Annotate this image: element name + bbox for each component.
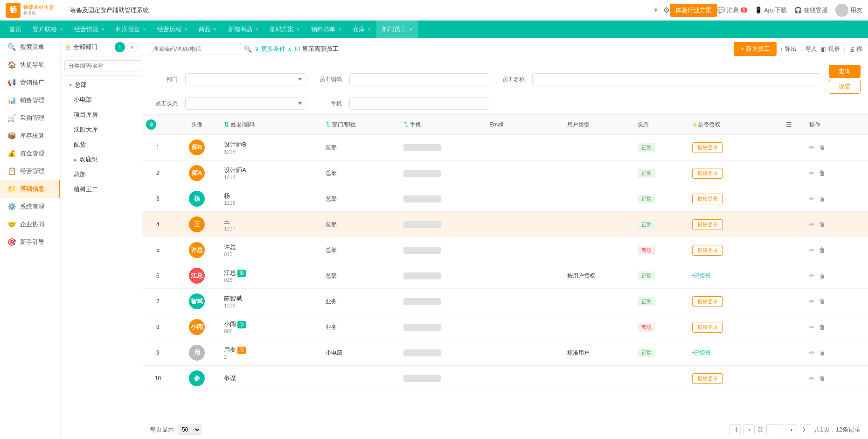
th-col-setting[interactable]: ☰ bbox=[782, 115, 806, 135]
td-auth[interactable]: 授权登录 bbox=[688, 366, 782, 391]
prev-page-btn[interactable]: ‹ bbox=[743, 424, 755, 435]
sidebar-item-快捷导航[interactable]: 🏠快捷导航 bbox=[0, 56, 60, 74]
name-input[interactable] bbox=[532, 73, 821, 85]
delete-icon[interactable]: 🗑 bbox=[819, 195, 825, 202]
last-page-btn[interactable]: 》 bbox=[800, 424, 811, 435]
more-filter-btn[interactable]: ⊽ 更多条件 ∧ bbox=[255, 45, 292, 53]
app-download-item[interactable]: 📱 App下载 bbox=[755, 6, 787, 14]
auth-btn[interactable]: 授权登录 bbox=[692, 194, 723, 204]
th-phone[interactable]: ⇅ 手机 bbox=[400, 115, 486, 135]
sidebar-item-销售管理[interactable]: 📊销售管理 bbox=[0, 91, 60, 109]
nav-tab-经营情况[interactable]: 经营情况× bbox=[69, 21, 110, 38]
employee-search-btn[interactable]: 🔍 bbox=[244, 45, 252, 53]
auth-btn[interactable]: 授权登录 bbox=[692, 322, 723, 333]
edit-icon[interactable]: ✏ bbox=[809, 323, 815, 331]
dept-search-input[interactable] bbox=[64, 60, 142, 71]
close-tab-icon[interactable]: × bbox=[297, 26, 300, 33]
user-item[interactable]: 用友 bbox=[835, 4, 862, 17]
gear-icon[interactable]: ⚙ bbox=[663, 6, 670, 14]
delete-icon[interactable]: 🗑 bbox=[819, 349, 825, 356]
employee-search-input[interactable] bbox=[148, 43, 241, 55]
auth-btn[interactable]: 授权登录 bbox=[692, 219, 723, 230]
import-btn[interactable]: ↓ 导入 bbox=[800, 45, 817, 53]
view-btn[interactable]: ◧ 视景 bbox=[821, 45, 840, 53]
add-employee-btn[interactable]: + 新增员工 bbox=[734, 42, 776, 56]
close-tab-icon[interactable]: × bbox=[101, 26, 104, 33]
sidebar-item-新手引导[interactable]: 🎯新手引导 bbox=[0, 233, 60, 251]
close-tab-icon[interactable]: × bbox=[143, 26, 146, 33]
auth-btn[interactable]: 授权登录 bbox=[692, 245, 723, 256]
edit-icon[interactable]: ✏ bbox=[809, 298, 815, 305]
delete-icon[interactable]: 🗑 bbox=[819, 144, 825, 151]
dept-tree-item-总部[interactable]: ▼总部 bbox=[61, 77, 142, 92]
delete-icon[interactable]: 🗑 bbox=[819, 221, 825, 228]
reset-btn[interactable]: 设置 bbox=[829, 80, 861, 94]
per-page-select[interactable]: 50 20 100 bbox=[178, 425, 201, 435]
nav-tab-经营历程[interactable]: 经营历程× bbox=[152, 21, 193, 38]
edit-icon[interactable]: ✏ bbox=[809, 195, 815, 202]
td-auth[interactable]: 授权登录 bbox=[688, 186, 782, 212]
page-input[interactable]: 1 bbox=[766, 424, 783, 435]
sidebar-item-基础信息[interactable]: 📁基础信息 bbox=[0, 180, 60, 198]
td-auth[interactable]: 授权登录 bbox=[688, 314, 782, 340]
dept-select[interactable] bbox=[185, 73, 306, 85]
sidebar-item-库存核算[interactable]: 📦库存核算 bbox=[0, 127, 60, 145]
td-auth[interactable]: 授权登录 bbox=[688, 237, 782, 263]
message-item[interactable]: 💬 消息 5 bbox=[717, 6, 747, 14]
auth-btn[interactable]: 授权登录 bbox=[692, 142, 723, 153]
settings-icon[interactable]: ⚙ bbox=[146, 119, 156, 130]
nav-tab-部门员工[interactable]: 部门员工× bbox=[376, 21, 418, 38]
query-btn[interactable]: 查询 bbox=[829, 65, 861, 78]
nav-tab-仓库[interactable]: 仓库× bbox=[347, 21, 376, 38]
nav-tab-首页[interactable]: 首页 bbox=[4, 21, 27, 38]
delete-icon[interactable]: 🗑 bbox=[819, 298, 825, 305]
try-btn[interactable]: 体验行业方案 bbox=[670, 4, 717, 17]
edit-icon[interactable]: ✏ bbox=[809, 349, 815, 356]
phone-input[interactable] bbox=[349, 98, 489, 110]
first-page-btn[interactable]: 《 bbox=[729, 424, 741, 435]
close-tab-icon[interactable]: × bbox=[338, 26, 341, 33]
status-select[interactable] bbox=[185, 98, 306, 110]
sidebar-item-经营管理[interactable]: 📋经营管理 bbox=[0, 162, 60, 180]
td-auth[interactable]: 授权登录 bbox=[688, 289, 782, 314]
edit-icon[interactable]: ✏ bbox=[809, 144, 815, 151]
dept-add-btn[interactable]: + bbox=[115, 42, 125, 52]
online-service-item[interactable]: 🎧 在线客服 bbox=[794, 6, 828, 14]
delete-icon[interactable]: 🗑 bbox=[819, 375, 825, 382]
close-tab-icon[interactable]: × bbox=[60, 26, 63, 33]
sidebar-item-采购管理[interactable]: 🛒采购管理 bbox=[0, 109, 60, 127]
delete-icon[interactable]: 🗑 bbox=[819, 323, 825, 331]
sidebar-item-营销推广[interactable]: 📢营销推广 bbox=[0, 74, 60, 91]
edit-icon[interactable]: ✏ bbox=[809, 375, 815, 382]
dept-tree-item-配货[interactable]: 配货 bbox=[61, 137, 142, 152]
sidebar-item-资金管理[interactable]: 💰资金管理 bbox=[0, 145, 60, 162]
td-auth[interactable]: 授权登录 bbox=[688, 135, 782, 160]
edit-icon[interactable]: ✏ bbox=[809, 272, 815, 279]
close-tab-icon[interactable]: × bbox=[368, 26, 371, 33]
nav-tab-商品[interactable]: 商品× bbox=[193, 21, 222, 38]
sidebar-item-系统管理[interactable]: ⚙️系统管理 bbox=[0, 198, 60, 216]
show-resign-check[interactable]: ☑ 显示离职员工 bbox=[295, 45, 339, 53]
sidebar-item-企业协同[interactable]: 🤝企业协同 bbox=[0, 216, 60, 233]
nav-tab-客户联络[interactable]: 客户联络× bbox=[27, 21, 69, 38]
auth-btn[interactable]: 授权登录 bbox=[692, 296, 723, 307]
th-dept-position[interactable]: ⇅ 部门/职位 bbox=[322, 115, 400, 135]
dept-tree-item-沈阳大库[interactable]: 沈阳大库 bbox=[61, 122, 142, 137]
close-tab-icon[interactable]: × bbox=[409, 26, 412, 33]
th-name-code[interactable]: ⇅ 姓名/编码 bbox=[220, 115, 322, 135]
edit-icon[interactable]: ✏ bbox=[809, 221, 815, 228]
delete-icon[interactable]: 🗑 bbox=[819, 246, 825, 254]
nav-tab-物料清单[interactable]: 物料清单× bbox=[306, 21, 347, 38]
nav-tab-条码方案[interactable]: 条码方案× bbox=[264, 21, 306, 38]
sidebar-item-搜索菜单[interactable]: 🔍搜索菜单 bbox=[0, 38, 60, 56]
sys-title-dropdown[interactable]: ▼ bbox=[653, 7, 659, 14]
close-tab-icon[interactable]: × bbox=[255, 26, 258, 33]
auth-btn[interactable]: 授权登录 bbox=[692, 373, 723, 384]
dept-tree-item-小电部[interactable]: 小电部 bbox=[61, 92, 142, 107]
nav-tab-利润报告[interactable]: 利润报告× bbox=[110, 21, 152, 38]
delete-icon[interactable]: 🗑 bbox=[819, 272, 825, 279]
export-btn[interactable]: ↑ 导出 bbox=[780, 45, 797, 53]
nav-tab-新增商品[interactable]: 新增商品× bbox=[222, 21, 264, 38]
dept-tree-item-植树王二[interactable]: 植树王二 bbox=[61, 182, 142, 197]
td-auth[interactable]: 授权登录 bbox=[688, 212, 782, 237]
